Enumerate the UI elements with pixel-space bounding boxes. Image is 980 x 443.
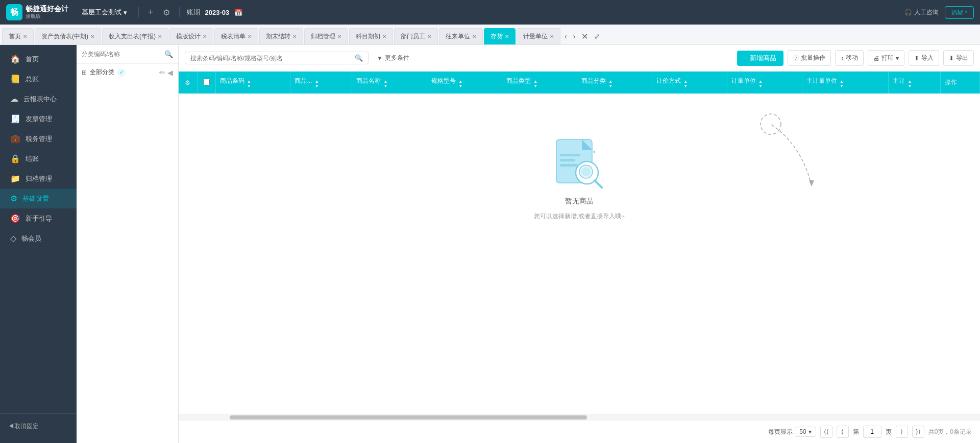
col-unit[interactable]: 计量单位 ▲▼	[727, 72, 802, 94]
sidebar-item-guide[interactable]: 🎯 新手引导	[0, 208, 77, 228]
export-button[interactable]: ⬇ 导出	[943, 50, 974, 66]
add-product-button[interactable]: + 新增商品	[737, 51, 783, 66]
sidebar-item-home[interactable]: 🏠 首页	[0, 49, 77, 69]
tab-inventory[interactable]: 存货 ✕	[484, 28, 516, 44]
move-button[interactable]: ↕ 移动	[835, 50, 864, 66]
svg-rect-4	[560, 154, 580, 156]
tab-archive[interactable]: 归档管理 ✕	[304, 28, 348, 44]
scrollbar-thumb[interactable]	[230, 415, 587, 419]
col-main-unit[interactable]: 主计量单位 ▲▼	[802, 72, 888, 94]
account-button[interactable]: iAM *	[945, 6, 974, 19]
batch-button[interactable]: ☑ 批量操作	[788, 50, 831, 66]
page-size-dropdown[interactable]: 50 ▾	[795, 427, 816, 437]
tab-period-close[interactable]: 期末结转 ✕	[259, 28, 303, 44]
add-tab-button[interactable]: +	[146, 5, 156, 20]
tab-tax[interactable]: 税表清单 ✕	[214, 28, 258, 44]
type-sort: ▲▼	[533, 79, 537, 88]
category-actions: ✏ ◀	[159, 68, 173, 77]
svg-point-0	[761, 114, 781, 134]
settings-icon[interactable]: ⚙	[185, 79, 190, 86]
col-price-method[interactable]: 计价方式 ▲▼	[652, 72, 727, 94]
search-bar-icon[interactable]: 🔍	[355, 54, 363, 62]
category-all-label[interactable]: 全部分类	[90, 68, 114, 77]
unit-sort: ▲▼	[758, 79, 763, 88]
sidebar-item-tax[interactable]: 💼 税务管理	[0, 129, 77, 149]
tab-unit[interactable]: 计量单位 ✕	[517, 28, 560, 44]
category-search-input[interactable]	[82, 51, 161, 58]
select-all-checkbox[interactable]	[203, 79, 210, 85]
tab-expand-button[interactable]: ⤢	[591, 28, 603, 44]
import-button[interactable]: ⬆ 导入	[909, 50, 939, 66]
tab-archive-close[interactable]: ✕	[337, 34, 341, 39]
tab-next-button[interactable]: ›	[570, 28, 579, 44]
tax-icon: 💼	[10, 134, 20, 144]
unpin-button[interactable]: ◀取消固定	[0, 418, 77, 435]
tab-home-close[interactable]: ✕	[23, 34, 27, 39]
last-page-button[interactable]: ⟩⟩	[912, 426, 924, 438]
table-header-row: ⚙ 商品条码 ▲▼ 商品...	[179, 72, 980, 94]
tab-contact-close[interactable]: ✕	[472, 34, 476, 39]
col-checkbox[interactable]	[197, 72, 215, 94]
search-input[interactable]	[190, 55, 352, 62]
tab-inventory-close[interactable]: ✕	[505, 34, 509, 39]
tab-tax-close[interactable]: ✕	[248, 34, 252, 39]
tab-contact[interactable]: 往来单位 ✕	[439, 28, 483, 44]
invoice-icon: 🧾	[10, 114, 20, 124]
category-collapse-icon[interactable]: ◀	[167, 68, 173, 77]
archive-icon: 📁	[10, 174, 20, 183]
col-settings[interactable]: ⚙	[179, 72, 197, 94]
tab-period-close-x[interactable]: ✕	[292, 34, 297, 39]
tab-dept-close[interactable]: ✕	[427, 34, 431, 39]
main-count-sort: ▲▼	[908, 79, 912, 88]
tab-template-close[interactable]: ✕	[203, 34, 207, 39]
sidebar-item-close-accounts[interactable]: 🔒 结账	[0, 149, 77, 169]
more-conditions-button[interactable]: ▼ 更多条件	[373, 52, 413, 64]
logo-area: 畅 畅捷通好会计 旗舰版	[6, 4, 72, 20]
col-type[interactable]: 商品类型 ▲▼	[502, 72, 577, 94]
top-header: 畅 畅捷通好会计 旗舰版 基层工会测试 ▾ + ⚙ 账期 2023-03 📅 🎧…	[0, 0, 980, 25]
tab-subject-close[interactable]: ✕	[382, 34, 386, 39]
col-spec[interactable]: 规格型号 ▲▼	[427, 72, 502, 94]
settings-button[interactable]: ⚙	[161, 6, 172, 19]
col-code[interactable]: 商品... ▲▼	[290, 72, 352, 94]
next-page-button[interactable]: ⟩	[896, 426, 908, 438]
tab-template[interactable]: 模版设计 ✕	[169, 28, 213, 44]
tab-inventory-label: 存货	[491, 32, 503, 41]
content-area: 🔍 ⊞ 全部分类 ✓ ✏ ◀	[77, 45, 980, 443]
sidebar-item-archive[interactable]: 📁 归档管理	[0, 169, 77, 189]
tab-balance[interactable]: 资产负债表(中期) ✕	[35, 28, 101, 44]
sidebar-item-ledger[interactable]: 📒 总账	[0, 69, 77, 89]
svg-line-10	[595, 180, 602, 188]
print-button[interactable]: 🖨 打印 ▾	[868, 50, 904, 66]
tab-subject[interactable]: 科目期初 ✕	[349, 28, 393, 44]
horizontal-scrollbar[interactable]	[179, 414, 980, 420]
tab-prev-button[interactable]: ‹	[561, 28, 570, 44]
tab-dept[interactable]: 部门员工 ✕	[394, 28, 438, 44]
tab-income-close[interactable]: ✕	[158, 34, 162, 39]
tab-income[interactable]: 收入支出表(年报) ✕	[102, 28, 168, 44]
tab-balance-close[interactable]: ✕	[90, 34, 94, 39]
company-selector[interactable]: 基层工会测试 ▾	[78, 6, 131, 19]
filter-icon: ▼	[377, 55, 383, 62]
category-search-icon[interactable]: 🔍	[164, 50, 173, 58]
tab-close-all-button[interactable]: ✕	[578, 28, 591, 44]
sidebar-item-reports[interactable]: ☁ 云报表中心	[0, 89, 77, 109]
col-name[interactable]: 商品名称 ▲▼	[352, 72, 427, 94]
page-number-input[interactable]	[863, 426, 881, 438]
col-action: 操作	[940, 72, 979, 94]
service-button[interactable]: 🎧 人工咨询	[904, 8, 939, 17]
table-scroll-container[interactable]: ⚙ 商品条码 ▲▼ 商品...	[179, 72, 980, 414]
sidebar-item-member[interactable]: ◇ 畅会员	[0, 228, 77, 248]
calendar-icon[interactable]: 📅	[234, 9, 242, 16]
category-edit-icon[interactable]: ✏	[159, 68, 165, 77]
prev-page-button[interactable]: ⟨	[837, 426, 849, 438]
first-page-button[interactable]: ⟨⟨	[820, 426, 832, 438]
col-category[interactable]: 商品分类 ▲▼	[577, 72, 652, 94]
tab-unit-close[interactable]: ✕	[550, 34, 554, 39]
col-main-count[interactable]: 主计 ▲▼	[889, 72, 941, 94]
sidebar-item-invoice[interactable]: 🧾 发票管理	[0, 109, 77, 129]
period-value[interactable]: 2023-03	[205, 9, 230, 16]
col-barcode[interactable]: 商品条码 ▲▼	[215, 72, 290, 94]
tab-home[interactable]: 首页 ✕	[2, 28, 34, 44]
sidebar-item-basic-settings[interactable]: ⚙ 基础设置	[0, 189, 77, 208]
